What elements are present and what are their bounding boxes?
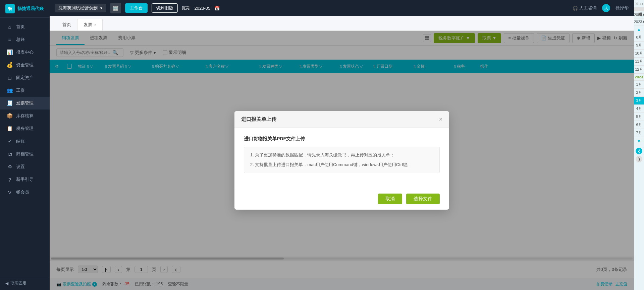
sidebar-item-label: 设置 xyxy=(16,164,25,170)
modal-header: 进口报关单上传 × xyxy=(234,111,449,128)
modal-body: 进口货物报关单PDF文件上传 1. 为了更加稀准的数据匹配，请先录入海关缴款书，… xyxy=(234,128,449,188)
month-item-0[interactable]: 2023.03 xyxy=(634,11,644,18)
modal-title: 进口报关单上传 xyxy=(241,116,276,123)
month-item-14[interactable]: 7月 xyxy=(634,129,644,137)
company-icon-btn[interactable]: 🏢 xyxy=(110,3,121,13)
sidebar-item-settings[interactable]: ⚙ 设置 xyxy=(0,160,50,173)
sidebar-item-close[interactable]: ✓ 结账 xyxy=(0,135,50,148)
month-item-13[interactable]: 6月 xyxy=(634,121,644,129)
sidebar-item-funds[interactable]: 💰 资金管理 xyxy=(0,59,50,71)
month-item-4[interactable]: 10月 xyxy=(634,50,644,58)
expand-icon[interactable]: ❯ xyxy=(636,156,642,162)
sidebar-item-member[interactable]: V 畅会员 xyxy=(0,186,50,199)
support-btn[interactable]: 🎧 人工咨询 xyxy=(573,5,597,11)
modal-select-file-btn[interactable]: 选择文件 xyxy=(406,194,440,204)
company-building-icon: 🏢 xyxy=(113,5,118,11)
archive-icon: 🗂 xyxy=(7,151,13,157)
company-selector[interactable]: 沈海芙测试经营勿删 ▼ xyxy=(55,4,106,12)
sidebar-item-label: 首页 xyxy=(16,24,25,30)
month-item-6[interactable]: 12月 xyxy=(634,66,644,74)
month-item-5[interactable]: 11月 xyxy=(634,58,644,66)
sidebar-item-fixed-assets[interactable]: □ 固定资产 xyxy=(0,71,50,84)
month-item-10[interactable]: 3月 xyxy=(634,97,644,105)
workspace-button[interactable]: 工作台 xyxy=(125,3,148,13)
modal-info-item-1: 1. 为了更加稀准的数据匹配，请先录入海关缴款书，再上传对应的报关单； xyxy=(250,152,433,159)
modal-overlay[interactable]: 进口报关单上传 × 进口货物报关单PDF文件上传 1. 为了更加稀准的数据匹配，… xyxy=(50,31,634,290)
modal-section-title: 进口货物报关单PDF文件上传 xyxy=(244,136,440,142)
sidebar-item-label: 工资 xyxy=(16,87,25,93)
sidebar-item-label: 归档管理 xyxy=(16,151,34,157)
invoices-icon: 🧾 xyxy=(7,100,13,106)
collapse-icon[interactable]: ❮ xyxy=(636,148,642,154)
modal-info-box: 1. 为了更加稀准的数据匹配，请先录入海关缴款书，再上传对应的报关单； 2. 支… xyxy=(244,147,440,173)
nav-down-btn[interactable]: ▼ xyxy=(635,137,643,145)
company-dropdown-icon: ▼ xyxy=(100,6,103,10)
sidebar-footer-label: 取消固定 xyxy=(10,280,26,286)
switch-version-button[interactable]: 切到旧版 xyxy=(152,3,178,13)
import-customs-modal: 进口报关单上传 × 进口货物报关单PDF文件上传 1. 为了更加稀准的数据匹配，… xyxy=(234,111,449,210)
calendar-icon[interactable]: 📅 xyxy=(214,6,220,11)
tax-icon: 📋 xyxy=(7,126,13,132)
sidebar-item-label: 新手引导 xyxy=(16,176,34,183)
sidebar-item-payroll[interactable]: 👥 工资 xyxy=(0,84,50,97)
home-icon: ⌂ xyxy=(7,24,13,30)
month-item-11[interactable]: 4月 xyxy=(634,105,644,113)
month-item-1[interactable]: 2023.03 xyxy=(634,18,644,25)
topbar: 沈海芙测试经营勿删 ▼ 🏢 工作台 切到旧版 账期 2023-05 📅 🎧 人工… xyxy=(50,0,634,16)
ledger-icon: ≡ xyxy=(7,37,13,43)
sidebar-item-label: 税务管理 xyxy=(16,126,34,132)
panel-top-controls: ✕ □ xyxy=(634,0,644,7)
tabbar: 首页 发票 × xyxy=(50,16,634,31)
modal-close-btn[interactable]: × xyxy=(439,116,442,123)
sidebar-logo: 畅 畅捷通易代账 xyxy=(0,0,50,18)
modal-cancel-btn[interactable]: 取消 xyxy=(378,194,402,204)
tab-close-icon[interactable]: × xyxy=(94,23,96,27)
panel-close-btn[interactable]: ✕ xyxy=(635,1,639,6)
guide-icon: ? xyxy=(7,177,13,183)
panel-expand2-btn[interactable]: ❯ xyxy=(636,156,642,162)
sidebar-item-label: 库存核算 xyxy=(16,113,34,119)
month-item-3[interactable]: 9月 xyxy=(634,42,644,50)
panel-collapse-btn[interactable]: ❮ xyxy=(636,148,642,154)
modal-info-item-2: 2. 支持批量上传进口报关单，mac用户使用Command键，windows用户… xyxy=(250,161,433,168)
user-avatar[interactable]: 人 xyxy=(602,4,610,12)
month-item-2[interactable]: 8月 xyxy=(634,33,644,42)
tab-invoice[interactable]: 发票 × xyxy=(77,19,103,30)
topbar-right: 🎧 人工咨询 人 徐泽华 xyxy=(573,4,629,12)
sidebar-item-home[interactable]: ⌂ 首页 xyxy=(0,20,50,33)
month-item-9[interactable]: 2月 xyxy=(634,89,644,97)
sidebar: 畅 畅捷通易代账 ⌂ 首页 ≡ 总账 📊 报表中心 💰 资金管理 □ 固定资产 … xyxy=(0,0,50,290)
sidebar-item-label: 报表中心 xyxy=(16,49,34,55)
member-icon: V xyxy=(7,190,13,195)
month-item-year[interactable]: 2023 xyxy=(634,74,644,81)
sidebar-item-label: 发票管理 xyxy=(16,100,34,106)
user-name: 徐泽华 xyxy=(615,5,629,11)
sidebar-item-archive[interactable]: 🗂 归档管理 xyxy=(0,148,50,160)
sidebar-item-guide[interactable]: ? 新手引导 xyxy=(0,173,50,186)
fixed-assets-icon: □ xyxy=(7,75,13,81)
payroll-icon: 👥 xyxy=(7,87,13,93)
home-tab-label: 首页 xyxy=(62,22,71,28)
nav-up-btn[interactable]: ▲ xyxy=(635,25,643,33)
inventory-icon: 📦 xyxy=(7,113,13,119)
period-display: 账期 2023-05 📅 xyxy=(182,5,220,11)
month-item-8[interactable]: 1月 xyxy=(634,81,644,89)
sidebar-item-inventory[interactable]: 📦 库存核算 xyxy=(0,110,50,122)
sidebar-item-label: 畅会员 xyxy=(16,189,29,195)
month-list: 2023.03 2023.03 ▲ 8月 9月 10月 11月 12月 2023… xyxy=(634,11,644,162)
company-name: 沈海芙测试经营勿删 xyxy=(58,5,98,11)
sidebar-item-label: 固定资产 xyxy=(16,75,34,81)
pin-icon: ◀ xyxy=(5,281,8,286)
sidebar-item-reports[interactable]: 📊 报表中心 xyxy=(0,46,50,59)
right-panel: ✕ □ 期间选择 2023.03 2023.03 ▲ 8月 9月 10月 11月… xyxy=(634,0,644,290)
month-item-12[interactable]: 5月 xyxy=(634,113,644,121)
invoice-tab-label: 发票 xyxy=(84,22,92,28)
sidebar-item-ledger[interactable]: ≡ 总账 xyxy=(0,33,50,46)
panel-expand-btn[interactable]: □ xyxy=(640,1,643,6)
period-select-label[interactable]: 期间选择 xyxy=(634,7,644,11)
tab-home[interactable]: 首页 xyxy=(56,19,77,30)
sidebar-item-label: 结账 xyxy=(16,138,25,144)
sidebar-toggle[interactable]: ◀ 取消固定 xyxy=(0,276,50,290)
sidebar-item-tax[interactable]: 📋 税务管理 xyxy=(0,122,50,135)
sidebar-item-invoices[interactable]: 🧾 发票管理 xyxy=(0,97,50,110)
